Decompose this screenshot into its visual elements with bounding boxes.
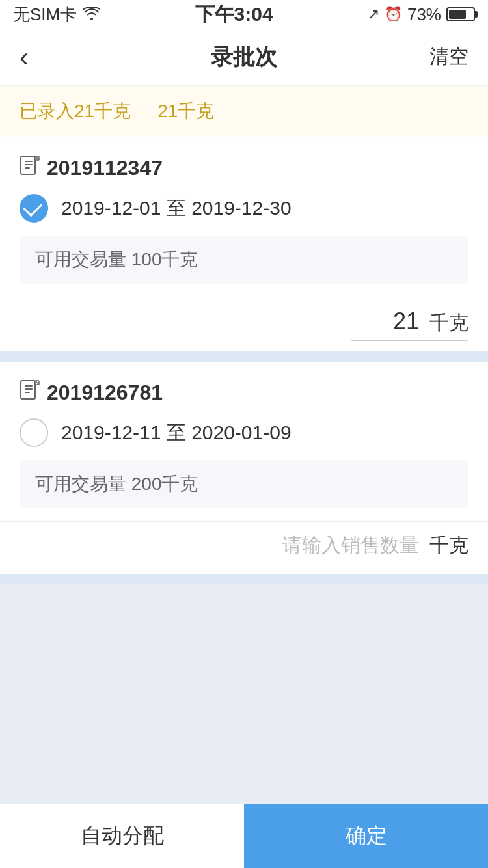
avail-bar-1: 可用交易量 100千克 <box>20 236 468 284</box>
svg-rect-1 <box>25 161 33 162</box>
content-area: 2019112347 2019-12-01 至 2019-12-30 可用交易量… <box>0 137 488 868</box>
radio-btn-2[interactable] <box>20 418 48 447</box>
avail-label-2: 可用交易量 200千克 <box>35 474 198 494</box>
quantity-value-1: 21 <box>393 308 419 335</box>
avail-bar-2: 可用交易量 200千克 <box>20 460 468 508</box>
batch-icon-1 <box>20 156 40 181</box>
page-title: 录批次 <box>211 42 277 72</box>
batch-id-1: 2019112347 <box>47 156 163 180</box>
batch-icon-2 <box>20 380 40 405</box>
location-icon: ↗ <box>368 6 379 23</box>
status-bar: 无SIM卡 下午3:04 ↗ ⏰ 73% <box>0 0 488 29</box>
svg-rect-3 <box>25 167 30 169</box>
batch-date-2: 2019-12-11 至 2020-01-09 <box>61 420 291 446</box>
batch-date-row-2: 2019-12-11 至 2020-01-09 <box>0 412 488 454</box>
svg-rect-8 <box>25 392 30 393</box>
nav-bar: ‹ 录批次 清空 <box>0 29 488 86</box>
batch-card-1: 2019112347 2019-12-01 至 2019-12-30 可用交易量… <box>0 137 488 351</box>
info-divider <box>144 102 144 120</box>
carrier-label: 无SIM卡 <box>13 3 77 26</box>
clear-button[interactable]: 清空 <box>429 44 468 70</box>
batch-id-2: 2019126781 <box>47 381 163 405</box>
alarm-icon: ⏰ <box>385 6 402 23</box>
wifi-icon <box>83 5 100 25</box>
batch-header-2: 2019126781 <box>0 362 488 412</box>
status-right: ↗ ⏰ 73% <box>368 5 475 25</box>
avail-label-1: 可用交易量 100千克 <box>35 249 198 269</box>
back-button[interactable]: ‹ <box>20 42 59 73</box>
batch-header-1: 2019112347 <box>0 137 488 187</box>
recorded-label: 已录入21千克 <box>20 99 131 124</box>
total-value: 21千克 <box>157 99 214 124</box>
confirm-button[interactable]: 确定 <box>244 804 488 868</box>
info-bar: 已录入21千克 21千克 <box>0 86 488 137</box>
quantity-row-2: 请输入销售数量 千克 <box>0 521 488 574</box>
status-left: 无SIM卡 <box>13 3 100 26</box>
quantity-unit-2: 千克 <box>429 532 468 559</box>
blue-divider-2 <box>0 574 488 584</box>
bottom-bar: 自动分配 确定 <box>0 803 488 868</box>
blue-divider-1 <box>0 351 488 362</box>
quantity-unit-1: 千克 <box>429 310 468 336</box>
radio-btn-1[interactable] <box>20 194 48 223</box>
svg-rect-7 <box>25 388 33 390</box>
auto-distribute-button[interactable]: 自动分配 <box>0 804 244 868</box>
battery-icon <box>446 7 475 21</box>
battery-percent: 73% <box>407 5 441 25</box>
quantity-placeholder-2[interactable]: 请输入销售数量 <box>282 532 419 559</box>
svg-rect-6 <box>25 385 33 387</box>
batch-date-row-1: 2019-12-01 至 2019-12-30 <box>0 187 488 229</box>
batch-card-2: 2019126781 2019-12-11 至 2020-01-09 可用交易量… <box>0 362 488 574</box>
status-time: 下午3:04 <box>195 1 273 28</box>
quantity-row-1: 21 千克 <box>0 297 488 351</box>
svg-rect-2 <box>25 164 33 165</box>
batch-date-1: 2019-12-01 至 2019-12-30 <box>61 195 291 222</box>
